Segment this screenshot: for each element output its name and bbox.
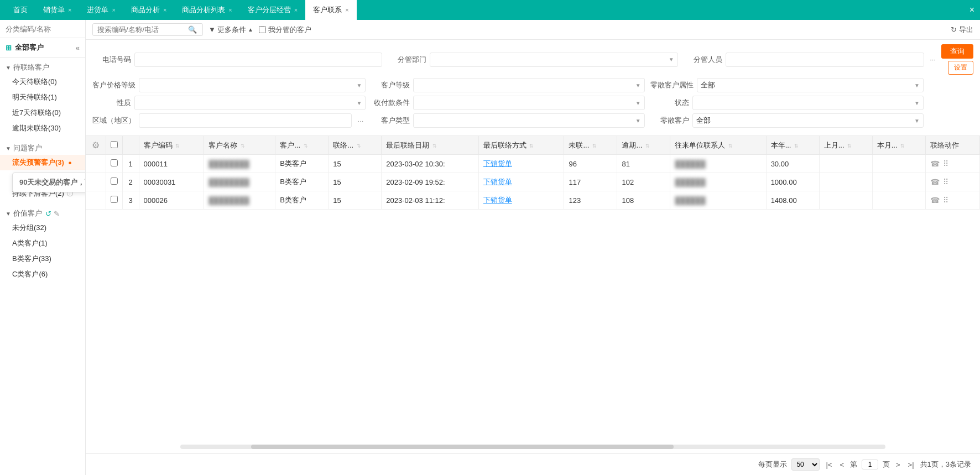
h-scrollbar[interactable] bbox=[180, 445, 885, 449]
page-input[interactable] bbox=[862, 460, 878, 469]
th-type[interactable]: 客户... ⇅ bbox=[275, 136, 329, 155]
sidebar-item-7days-pending[interactable]: 近7天待联络(0) bbox=[0, 105, 85, 121]
toolbar-search-input[interactable] bbox=[97, 25, 186, 34]
th-last-month[interactable]: 上月... ⇅ bbox=[819, 136, 872, 155]
row-action-more-2[interactable]: ⠿ bbox=[943, 196, 948, 205]
filter-dept-select[interactable]: ▼ bbox=[430, 53, 677, 67]
sidebar-group-title-value[interactable]: ▼ 价值客户 ↺ ✎ bbox=[0, 206, 85, 220]
row-contact-score-2: 15 bbox=[329, 191, 382, 210]
first-page-btn[interactable]: |< bbox=[824, 461, 833, 469]
filter-payment-select[interactable]: ▼ bbox=[413, 96, 644, 110]
th-code[interactable]: 客户编码 ⇅ bbox=[139, 136, 204, 155]
filter-region-more[interactable]: ··· bbox=[355, 117, 366, 125]
th-checkbox[interactable] bbox=[106, 136, 122, 155]
sidebar-search-input[interactable] bbox=[6, 25, 86, 33]
row-last-method-2[interactable]: 下销货单 bbox=[478, 191, 564, 210]
sort-last-date-icon: ⇅ bbox=[432, 143, 437, 149]
filter-customer-type-select[interactable]: ▼ bbox=[413, 113, 644, 128]
nav-product-analysis-list[interactable]: 商品分析列表 × bbox=[174, 0, 239, 20]
select-all-checkbox[interactable] bbox=[111, 141, 118, 148]
close-product-analysis[interactable]: × bbox=[163, 7, 166, 13]
th-name[interactable]: 客户名称 ⇅ bbox=[204, 136, 275, 155]
row-checkbox-2[interactable] bbox=[106, 191, 122, 210]
row-last-method-1[interactable]: 下销货单 bbox=[478, 173, 564, 191]
settings-button[interactable]: 设置 bbox=[948, 61, 973, 75]
row-last-method-0[interactable]: 下销货单 bbox=[478, 155, 564, 173]
nav-product-analysis[interactable]: 商品分析 × bbox=[123, 0, 174, 20]
column-settings-icon[interactable]: ⚙ bbox=[92, 140, 100, 150]
nav-purchase-order[interactable]: 进货单 × bbox=[79, 0, 123, 20]
filter-region-select[interactable] bbox=[139, 113, 352, 128]
nav-home[interactable]: 首页 bbox=[6, 0, 35, 20]
row-checkbox-1[interactable] bbox=[106, 173, 122, 191]
my-customers-checkbox[interactable]: 我分管的客户 bbox=[259, 25, 311, 35]
sidebar-group-title-problem[interactable]: ▼ 问题客户 bbox=[0, 140, 85, 155]
refresh-icon-value[interactable]: ↺ bbox=[45, 210, 51, 218]
filter-customer-grade-select[interactable]: ▼ bbox=[413, 78, 644, 92]
close-sales-order[interactable]: × bbox=[68, 7, 71, 13]
th-overdue[interactable]: 逾期... ⇅ bbox=[617, 136, 670, 155]
close-product-analysis-list[interactable]: × bbox=[228, 7, 232, 13]
export-button[interactable]: ↻ 导出 bbox=[951, 25, 973, 35]
th-contact-score[interactable]: 联络... ⇅ bbox=[329, 136, 382, 155]
prev-page-btn[interactable]: < bbox=[838, 461, 846, 469]
last-page-btn[interactable]: >| bbox=[906, 461, 916, 469]
th-this-month[interactable]: 本月... ⇅ bbox=[872, 136, 925, 155]
row-checkbox-input-0[interactable] bbox=[111, 159, 118, 166]
filter-manager-more[interactable]: ··· bbox=[927, 55, 938, 64]
filter-status-select[interactable]: ▼ bbox=[692, 96, 924, 110]
th-uncontacted[interactable]: 未联... ⇅ bbox=[564, 136, 617, 155]
row-action-contact-1[interactable]: ☎ bbox=[930, 178, 940, 186]
sidebar-item-ungrouped[interactable]: 未分组(32) bbox=[0, 220, 85, 236]
per-page-select[interactable]: 50 100 200 bbox=[791, 458, 820, 471]
filter-retail-select[interactable]: 全部 ▼ bbox=[692, 113, 924, 128]
filter-customer-grade-label: 客户等级 bbox=[371, 80, 410, 90]
sidebar-item-tomorrow-pending[interactable]: 明天待联络(1) bbox=[0, 90, 85, 105]
th-last-method[interactable]: 最后联络方式 ⇅ bbox=[478, 136, 564, 155]
close-customer-segmentation[interactable]: × bbox=[294, 7, 298, 13]
row-this-year-2: 1408.00 bbox=[766, 191, 819, 210]
row-checkbox-0[interactable] bbox=[106, 155, 122, 173]
next-page-btn[interactable]: > bbox=[894, 461, 902, 469]
close-all-tabs[interactable]: × bbox=[969, 5, 974, 15]
collapse-sidebar-icon[interactable]: « bbox=[76, 44, 80, 52]
sidebar-item-churn-warning[interactable]: 流失预警客户(3) ● 90天未交易的客户，可能有流失风险。 bbox=[0, 155, 85, 170]
close-customer-contact[interactable]: × bbox=[345, 7, 348, 13]
nav-sales-order[interactable]: 销货单 × bbox=[35, 0, 79, 20]
h-scrollbar-thumb[interactable] bbox=[251, 445, 674, 449]
row-action-more-0[interactable]: ⠿ bbox=[943, 159, 948, 168]
row-action-contact-0[interactable]: ☎ bbox=[930, 159, 940, 168]
toolbar-search-icon[interactable]: 🔍 bbox=[188, 25, 197, 34]
sidebar-search-box[interactable]: 🔍 bbox=[0, 20, 85, 38]
sidebar-group-title-pending[interactable]: ▼ 待联络客户 bbox=[0, 60, 85, 74]
sidebar-item-c-class[interactable]: C类客户(6) bbox=[0, 267, 85, 282]
my-customers-checkbox-input[interactable] bbox=[259, 26, 266, 33]
nav-customer-contact[interactable]: 客户联系 × bbox=[305, 0, 356, 20]
toolbar-search-box[interactable]: 🔍 bbox=[92, 23, 203, 36]
row-action-more-1[interactable]: ⠿ bbox=[943, 178, 948, 186]
th-settings[interactable]: ⚙ bbox=[86, 136, 106, 155]
row-checkbox-input-1[interactable] bbox=[111, 178, 118, 185]
th-last-date[interactable]: 最后联络日期 ⇅ bbox=[382, 136, 478, 155]
filter-phone-input[interactable] bbox=[134, 53, 382, 67]
row-checkbox-input-2[interactable] bbox=[111, 196, 118, 203]
nav-customer-segmentation[interactable]: 客户分层经营 × bbox=[240, 0, 305, 20]
th-this-year[interactable]: 本年... ⇅ bbox=[766, 136, 819, 155]
more-conditions-btn[interactable]: ▼ 更多条件 ▲ bbox=[208, 25, 253, 35]
sort-type-icon: ⇅ bbox=[304, 143, 308, 149]
filter-retail-attr-select[interactable]: 全部 ▼ bbox=[697, 78, 924, 92]
row-action-contact-2[interactable]: ☎ bbox=[930, 196, 940, 205]
filter-manager-select[interactable] bbox=[726, 53, 924, 67]
close-purchase-order[interactable]: × bbox=[112, 7, 115, 13]
filter-nature-select[interactable]: ▼ bbox=[134, 96, 366, 110]
sidebar-item-overdue-contact[interactable]: 逾期未联络(30) bbox=[0, 121, 85, 136]
query-button[interactable]: 查询 bbox=[941, 44, 973, 59]
edit-icon-value[interactable]: ✎ bbox=[54, 210, 60, 218]
sidebar-item-b-class[interactable]: B类客户(33) bbox=[0, 251, 85, 267]
th-contacts[interactable]: 往来单位联系人 ⇅ bbox=[670, 136, 766, 155]
sidebar-item-today-pending[interactable]: 今天待联络(0) bbox=[0, 74, 85, 90]
filter-price-tier-select[interactable]: ▼ bbox=[139, 78, 366, 92]
chevron-down-icon: ▲ bbox=[248, 27, 253, 33]
sidebar-all-customers[interactable]: ⊞ 全部客户 « bbox=[0, 38, 85, 58]
sidebar-item-a-class[interactable]: A类客户(1) bbox=[0, 236, 85, 251]
